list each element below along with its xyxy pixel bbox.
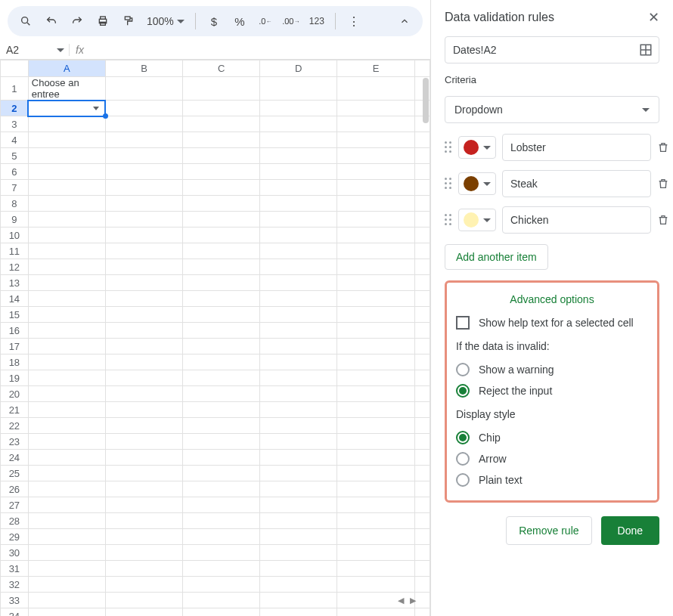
criteria-select[interactable]: Dropdown <box>445 96 659 123</box>
cell-B29[interactable] <box>105 529 182 545</box>
cell-C28[interactable] <box>183 513 260 529</box>
cell-B21[interactable] <box>105 402 182 418</box>
row-header-4[interactable]: 4 <box>1 132 29 148</box>
cell-A10[interactable] <box>28 228 105 243</box>
cell-E28[interactable] <box>337 513 414 529</box>
row-header-25[interactable]: 25 <box>1 466 29 481</box>
cell-A19[interactable] <box>28 370 105 386</box>
cell-C7[interactable] <box>183 180 260 196</box>
cell-A30[interactable] <box>28 545 105 561</box>
row-header-31[interactable]: 31 <box>1 561 29 577</box>
row-header-9[interactable]: 9 <box>1 212 29 228</box>
item-label-input[interactable] <box>502 170 651 197</box>
cell-C4[interactable] <box>183 132 260 148</box>
cell-D11[interactable] <box>260 243 337 259</box>
cell-B34[interactable] <box>105 608 182 617</box>
select-all-corner[interactable] <box>1 60 29 77</box>
cell-E1[interactable] <box>337 77 414 101</box>
row-header-17[interactable]: 17 <box>1 339 29 354</box>
cell-D13[interactable] <box>260 275 337 291</box>
cell-E9[interactable] <box>337 212 414 228</box>
column-header-A[interactable]: A <box>28 60 105 77</box>
cell-B30[interactable] <box>105 545 182 561</box>
cell-B18[interactable] <box>105 354 182 370</box>
cell-A14[interactable] <box>28 291 105 307</box>
help-text-row[interactable]: Show help text for a selected cell <box>456 316 648 330</box>
cell-B8[interactable] <box>105 196 182 212</box>
cell-E24[interactable] <box>337 450 414 466</box>
cell-C22[interactable] <box>183 418 260 434</box>
undo-icon[interactable] <box>41 11 62 32</box>
cell-B10[interactable] <box>105 228 182 243</box>
column-header-C[interactable]: C <box>183 60 260 77</box>
row-header-27[interactable]: 27 <box>1 497 29 513</box>
cell-D12[interactable] <box>260 259 337 275</box>
cell-E26[interactable] <box>337 481 414 497</box>
more-icon[interactable]: ⋮ <box>343 11 364 32</box>
cell-C11[interactable] <box>183 243 260 259</box>
cell-E20[interactable] <box>337 386 414 402</box>
cell-A12[interactable] <box>28 259 105 275</box>
cell-A31[interactable] <box>28 561 105 577</box>
row-header-10[interactable]: 10 <box>1 228 29 243</box>
row-header-12[interactable]: 12 <box>1 259 29 275</box>
cell-B17[interactable] <box>105 339 182 354</box>
cell-D31[interactable] <box>260 561 337 577</box>
cell-A7[interactable] <box>28 180 105 196</box>
grid[interactable]: ABCDE1Choose an entree234567891011121314… <box>0 60 430 616</box>
cell-B22[interactable] <box>105 418 182 434</box>
cell-C31[interactable] <box>183 561 260 577</box>
cell-C27[interactable] <box>183 497 260 513</box>
cell-C26[interactable] <box>183 481 260 497</box>
display-option[interactable]: Chip <box>456 431 648 444</box>
cell-C23[interactable] <box>183 434 260 450</box>
scroll-left-icon[interactable]: ◀ <box>395 595 406 605</box>
row-header-18[interactable]: 18 <box>1 354 29 370</box>
cell-E13[interactable] <box>337 275 414 291</box>
close-icon[interactable]: ✕ <box>648 9 659 26</box>
increase-decimal-icon[interactable]: .00→ <box>281 11 302 32</box>
item-color-select[interactable] <box>458 209 496 231</box>
row-header-21[interactable]: 21 <box>1 402 29 418</box>
cell-D14[interactable] <box>260 291 337 307</box>
cell-E15[interactable] <box>337 307 414 323</box>
cell-E8[interactable] <box>337 196 414 212</box>
cell-D27[interactable] <box>260 497 337 513</box>
cell-C34[interactable] <box>183 608 260 617</box>
paint-format-icon[interactable] <box>118 11 139 32</box>
range-input[interactable] <box>445 36 659 63</box>
cell-C29[interactable] <box>183 529 260 545</box>
cell-B2[interactable] <box>105 101 182 116</box>
cell-D7[interactable] <box>260 180 337 196</box>
cell-D24[interactable] <box>260 450 337 466</box>
scroll-right-icon[interactable]: ▶ <box>408 595 418 605</box>
cell-C33[interactable] <box>183 593 260 608</box>
cell-C9[interactable] <box>183 212 260 228</box>
more-formats-icon[interactable]: 123 <box>306 11 327 32</box>
cell-C2[interactable] <box>183 101 260 116</box>
cell-E6[interactable] <box>337 164 414 180</box>
cell-D25[interactable] <box>260 466 337 481</box>
cell-D19[interactable] <box>260 370 337 386</box>
cell-E34[interactable] <box>337 608 414 617</box>
cell-E7[interactable] <box>337 180 414 196</box>
row-header-8[interactable]: 8 <box>1 196 29 212</box>
row-header-13[interactable]: 13 <box>1 275 29 291</box>
currency-icon[interactable]: $ <box>203 11 225 32</box>
cell-E4[interactable] <box>337 132 414 148</box>
cell-B12[interactable] <box>105 259 182 275</box>
cell-C6[interactable] <box>183 164 260 180</box>
remove-rule-button[interactable]: Remove rule <box>506 516 591 545</box>
row-header-30[interactable]: 30 <box>1 545 29 561</box>
add-item-button[interactable]: Add another item <box>445 244 548 270</box>
row-header-19[interactable]: 19 <box>1 370 29 386</box>
cell-E5[interactable] <box>337 148 414 164</box>
cell-B20[interactable] <box>105 386 182 402</box>
row-header-16[interactable]: 16 <box>1 323 29 339</box>
cell-A15[interactable] <box>28 307 105 323</box>
cell-B7[interactable] <box>105 180 182 196</box>
cell-C30[interactable] <box>183 545 260 561</box>
cell-B14[interactable] <box>105 291 182 307</box>
cell-C8[interactable] <box>183 196 260 212</box>
cell-A26[interactable] <box>28 481 105 497</box>
